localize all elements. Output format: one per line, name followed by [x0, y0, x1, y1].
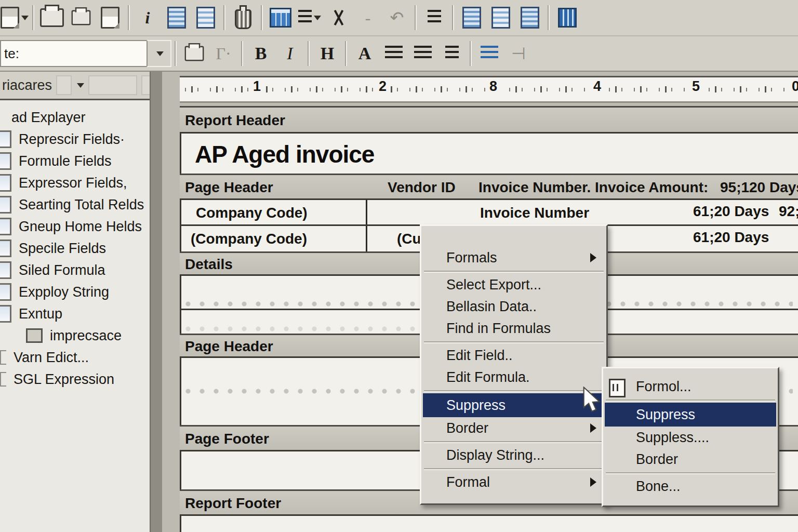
- new-report-button[interactable]: [0, 4, 29, 32]
- database-fields-button[interactable]: [266, 4, 295, 32]
- report-title[interactable]: AP Aged invoice: [181, 140, 374, 168]
- menu-item-formol[interactable]: Formol...: [605, 376, 776, 397]
- paste-button[interactable]: [191, 4, 220, 32]
- menu-item-formal[interactable]: Formal: [423, 471, 605, 493]
- sidebar-item-formule-fields[interactable]: Formule Fields: [0, 150, 150, 172]
- italic-button[interactable]: I: [275, 39, 304, 68]
- menu-item-label: Bone...: [636, 478, 681, 495]
- undo-button[interactable]: ↶: [382, 4, 411, 32]
- menu-item-edit-formula[interactable]: Edit Formula.: [423, 366, 605, 388]
- sidebar-item-represcir-fields[interactable]: Represcir Fields·: [0, 128, 150, 150]
- sidebar-item-exntup[interactable]: Exntup: [0, 303, 150, 325]
- field-grid-button[interactable]: [553, 4, 582, 32]
- align-right-button[interactable]: [437, 39, 467, 68]
- export-button[interactable]: [96, 4, 125, 32]
- outline-button[interactable]: [457, 4, 486, 32]
- stamp-icon: [185, 46, 204, 61]
- menu-item-suppress[interactable]: Suppress: [423, 393, 605, 417]
- numbered-list-button[interactable]: [475, 39, 504, 68]
- horizontal-ruler: 128450: [180, 76, 798, 103]
- font-combo[interactable]: te:: [0, 40, 147, 67]
- menu-item-bellasin-data[interactable]: Bellasin Data..: [423, 296, 605, 317]
- bold-button: B: [255, 45, 267, 62]
- sidebar-item-expressor-fields[interactable]: Expressor Fields,: [0, 172, 150, 194]
- report-title-row[interactable]: AP Aged invoice: [180, 132, 798, 177]
- group-tree-button[interactable]: [420, 4, 449, 32]
- column-header-days-95-120[interactable]: 95;120 Days: [720, 179, 798, 196]
- field-company-code-2[interactable]: (Company Code): [191, 231, 307, 247]
- sidebar-item-label: Expploy String: [19, 284, 109, 300]
- menu-item-find-in-formulas[interactable]: Find in Formulas: [423, 317, 605, 339]
- menu-item-suppless[interactable]: Suppless....: [605, 427, 776, 448]
- header-button[interactable]: [56, 75, 72, 95]
- underline-button[interactable]: H: [313, 39, 342, 68]
- sidebar-item-sgl-expression[interactable]: SGL Expression: [0, 368, 150, 390]
- print-preview-button[interactable]: [66, 4, 96, 32]
- menu-item-border[interactable]: Border: [423, 417, 605, 439]
- menu-item-suppress[interactable]: Suppress: [605, 403, 776, 427]
- sidebar-item-varn-edict[interactable]: Varn Edict...: [0, 347, 150, 368]
- menu-item-select-export[interactable]: Select Export...: [423, 274, 605, 296]
- bold-button[interactable]: B: [246, 39, 275, 68]
- italic-button: I: [287, 45, 292, 62]
- menu-separator: [605, 397, 776, 403]
- menu-item-bone[interactable]: Bone...: [605, 475, 776, 497]
- align-left-button[interactable]: [379, 39, 408, 68]
- copy-button[interactable]: [162, 4, 191, 32]
- format-painter-button[interactable]: [324, 4, 353, 32]
- page-icon: [0, 283, 11, 301]
- field-days-61-20-b[interactable]: 61;20 Days: [693, 229, 769, 246]
- sort-button[interactable]: [295, 4, 324, 32]
- sidebar-item-imprecsace[interactable]: imprecsace: [0, 325, 150, 347]
- tab-stop-button[interactable]: ⊣: [504, 39, 533, 68]
- field-row-1[interactable]: Company Code) Invoice Number 61;20 Days …: [180, 198, 798, 228]
- menu-item-display-string[interactable]: Display String...: [423, 444, 605, 466]
- sidebar-item-searting-total-relds[interactable]: Searting Total Relds: [0, 194, 150, 216]
- sidebar-item-label: Searting Total Relds: [19, 197, 144, 213]
- section-band-page-header[interactable]: Page Header Vendor ID Invoice Number. In…: [180, 174, 798, 200]
- menu-item-formals[interactable]: Formals: [423, 247, 605, 269]
- page-icon: [0, 261, 11, 279]
- sidebar-item-label: Siled Formula: [19, 262, 105, 278]
- field-company-code[interactable]: Company Code): [196, 205, 308, 221]
- page-icon: [0, 218, 11, 235]
- chevron-down-icon[interactable]: [77, 83, 84, 88]
- field-days-61-20[interactable]: 61;20 Days: [693, 203, 769, 220]
- menu-item-label: Formol...: [636, 379, 691, 395]
- crop-button[interactable]: Γ·: [209, 39, 238, 68]
- ink-bottle-button[interactable]: [229, 4, 258, 32]
- menu-item-border[interactable]: Border: [605, 448, 776, 470]
- sidebar-item-siled-formula[interactable]: Siled Formula: [0, 259, 150, 281]
- menu-item-edit-field[interactable]: Edit Field..: [423, 344, 605, 366]
- toolbar-separator: [345, 41, 347, 66]
- chevron-down-icon: [156, 51, 164, 56]
- header-button-group[interactable]: [88, 75, 137, 95]
- report-footer-row[interactable]: [180, 514, 798, 532]
- field-amount-2[interactable]: 92;2: [779, 203, 798, 220]
- toolbar-separator: [261, 5, 263, 30]
- sidebar-item-specile-fields[interactable]: Specile Fields: [0, 237, 150, 259]
- menu-item-label: Edit Formula.: [446, 369, 530, 385]
- minus-button[interactable]: -: [353, 4, 382, 32]
- sidebar-item-expploy-string[interactable]: Expploy String: [0, 281, 150, 303]
- column-header-invoice[interactable]: Invoice Number. Invoice Amount:: [478, 179, 708, 196]
- section-label: Page Header: [180, 179, 273, 196]
- font-color-button[interactable]: A: [350, 39, 379, 68]
- font-combo-dropdown-button[interactable]: [147, 40, 171, 67]
- column-header-vendor-id[interactable]: Vendor ID: [388, 179, 456, 196]
- small-icon: [0, 372, 6, 387]
- drilldown-button[interactable]: [515, 4, 544, 32]
- stamp-button[interactable]: [180, 39, 209, 68]
- align-right-button: [445, 46, 459, 61]
- print-button[interactable]: [37, 4, 66, 32]
- sidebar-item-label: SGL Expression: [14, 371, 114, 388]
- summary-button[interactable]: [486, 4, 515, 32]
- info-button[interactable]: i: [133, 4, 162, 32]
- format-painter-icon: [331, 9, 347, 26]
- section-band-report-header[interactable]: Report Header: [180, 106, 798, 134]
- sidebar-item-gneup-home-helds[interactable]: Gneup Home Helds: [0, 216, 150, 237]
- menu-separator: [423, 388, 605, 393]
- align-center-button[interactable]: [408, 39, 437, 68]
- field-invoice-number[interactable]: Invoice Number: [480, 205, 589, 221]
- sidebar-item-ad-explayer[interactable]: ad Explayer: [0, 107, 150, 128]
